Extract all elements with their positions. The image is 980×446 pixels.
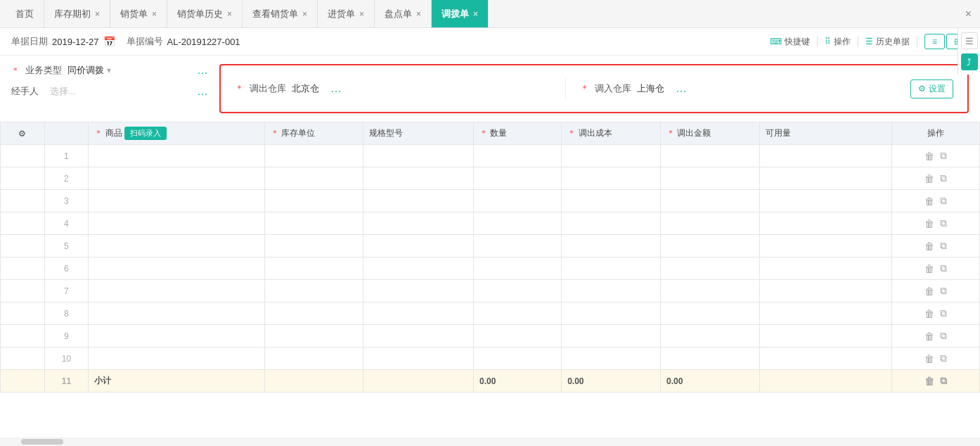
- row-qty-cell[interactable]: [473, 348, 561, 370]
- row-spec-cell[interactable]: [363, 280, 474, 302]
- row-unit-cell[interactable]: [264, 348, 363, 370]
- tab-sales-history[interactable]: 销货单历史 ×: [167, 0, 243, 27]
- row-cost-cell[interactable]: [562, 190, 661, 212]
- row-amount-cell[interactable]: [661, 212, 760, 235]
- row-cost-cell[interactable]: [562, 348, 661, 370]
- tab-purchase-order-close[interactable]: ×: [359, 9, 364, 19]
- tab-home[interactable]: 首页: [6, 0, 44, 27]
- row-qty-cell[interactable]: [473, 190, 561, 212]
- tab-sales-order[interactable]: 销货单 ×: [110, 0, 167, 27]
- row-qty-cell[interactable]: [473, 302, 561, 325]
- delete-icon[interactable]: 🗑: [924, 218, 934, 229]
- tab-inventory-init-close[interactable]: ×: [95, 9, 100, 19]
- row-cost-cell[interactable]: [562, 280, 661, 302]
- row-qty-cell[interactable]: [473, 145, 561, 167]
- row-amount-cell[interactable]: [661, 280, 760, 302]
- row-product-cell[interactable]: [89, 257, 264, 280]
- row-amount-cell[interactable]: [661, 257, 760, 280]
- tab-view-sales-close[interactable]: ×: [302, 9, 307, 19]
- calendar-icon[interactable]: 📅: [103, 36, 115, 47]
- copy-icon[interactable]: ⧉: [940, 352, 947, 364]
- row-product-cell[interactable]: [89, 212, 264, 235]
- row-amount-cell[interactable]: [661, 348, 760, 370]
- row-spec-cell[interactable]: [363, 302, 474, 325]
- delete-icon[interactable]: 🗑: [924, 331, 934, 342]
- row-unit-cell[interactable]: [264, 235, 363, 257]
- row-spec-cell[interactable]: [363, 257, 474, 280]
- horizontal-scrollbar[interactable]: [0, 438, 980, 446]
- row-product-cell[interactable]: [89, 280, 264, 302]
- row-amount-cell[interactable]: [661, 235, 760, 257]
- scrollbar-thumb[interactable]: [21, 439, 63, 445]
- row-qty-cell[interactable]: [473, 280, 561, 302]
- row-spec-cell[interactable]: [363, 145, 474, 167]
- tab-inventory-check-close[interactable]: ×: [416, 9, 421, 19]
- business-type-select[interactable]: 同价调拨 ▾: [67, 64, 180, 77]
- copy-icon[interactable]: ⧉: [940, 240, 947, 252]
- delete-icon[interactable]: 🗑: [924, 173, 934, 184]
- tab-purchase-order[interactable]: 进货单 ×: [318, 0, 375, 27]
- shortcuts-button[interactable]: ⌨ 快捷键: [770, 36, 810, 48]
- copy-icon[interactable]: ⧉: [940, 217, 947, 229]
- row-amount-cell[interactable]: [661, 325, 760, 348]
- row-unit-cell[interactable]: [264, 145, 363, 167]
- row-spec-cell[interactable]: [363, 190, 474, 212]
- row-unit-cell[interactable]: [264, 325, 363, 348]
- business-type-more-icon[interactable]: …: [197, 64, 208, 77]
- copy-icon[interactable]: ⧉: [940, 172, 947, 184]
- row-cost-cell[interactable]: [562, 325, 661, 348]
- delete-icon[interactable]: 🗑: [924, 286, 934, 297]
- row-amount-cell[interactable]: [661, 302, 760, 325]
- delete-icon[interactable]: 🗑: [924, 376, 934, 387]
- history-button[interactable]: ☰ 历史单据: [865, 36, 910, 48]
- row-qty-cell[interactable]: [473, 325, 561, 348]
- handler-placeholder[interactable]: 选择...: [50, 85, 76, 98]
- delete-icon[interactable]: 🗑: [924, 353, 934, 364]
- row-qty-cell[interactable]: [473, 257, 561, 280]
- row-cost-cell[interactable]: [562, 235, 661, 257]
- row-product-cell[interactable]: [89, 348, 264, 370]
- tab-sales-history-close[interactable]: ×: [227, 9, 232, 19]
- row-product-cell[interactable]: [89, 167, 264, 190]
- row-spec-cell[interactable]: [363, 348, 474, 370]
- row-qty-cell[interactable]: [473, 167, 561, 190]
- copy-icon[interactable]: ⧉: [940, 307, 947, 319]
- row-spec-cell[interactable]: [363, 167, 474, 190]
- handler-more-icon[interactable]: …: [197, 85, 208, 98]
- row-cost-cell[interactable]: [562, 145, 661, 167]
- row-cost-cell[interactable]: [562, 212, 661, 235]
- row-unit-cell[interactable]: [264, 302, 363, 325]
- operations-button[interactable]: ⠿ 操作: [825, 36, 851, 48]
- tab-inventory-check[interactable]: 盘点单 ×: [375, 0, 432, 27]
- tab-view-sales[interactable]: 查看销货单 ×: [243, 0, 318, 27]
- row-amount-cell[interactable]: [661, 145, 760, 167]
- form-settings-button[interactable]: ⚙ 设置: [910, 79, 953, 98]
- row-unit-cell[interactable]: [264, 167, 363, 190]
- transfer-in-more-icon[interactable]: …: [676, 82, 687, 95]
- copy-icon[interactable]: ⧉: [940, 285, 947, 297]
- settings-icon[interactable]: ⚙: [18, 129, 26, 139]
- copy-icon[interactable]: ⧉: [940, 262, 947, 274]
- copy-icon[interactable]: ⧉: [940, 150, 947, 162]
- row-unit-cell[interactable]: [264, 257, 363, 280]
- row-product-cell[interactable]: [89, 145, 264, 167]
- tab-transfer-order-close[interactable]: ×: [473, 9, 478, 19]
- row-cost-cell[interactable]: [562, 167, 661, 190]
- row-qty-cell[interactable]: [473, 235, 561, 257]
- layout-list-button[interactable]: ≡: [924, 34, 945, 49]
- row-product-cell[interactable]: [89, 302, 264, 325]
- window-close-button[interactable]: ×: [965, 8, 972, 20]
- side-export-button[interactable]: ⤴: [961, 53, 978, 70]
- delete-icon[interactable]: 🗑: [924, 241, 934, 252]
- delete-icon[interactable]: 🗑: [924, 308, 934, 319]
- scan-button[interactable]: 扫码录入: [124, 127, 167, 140]
- copy-icon[interactable]: ⧉: [940, 195, 947, 207]
- col-settings[interactable]: ⚙: [1, 122, 45, 145]
- row-qty-cell[interactable]: [473, 212, 561, 235]
- row-spec-cell[interactable]: [363, 325, 474, 348]
- tab-sales-order-close[interactable]: ×: [152, 9, 157, 19]
- row-unit-cell[interactable]: [264, 190, 363, 212]
- row-cost-cell[interactable]: [562, 257, 661, 280]
- delete-icon[interactable]: 🗑: [924, 263, 934, 274]
- delete-icon[interactable]: 🗑: [924, 196, 934, 207]
